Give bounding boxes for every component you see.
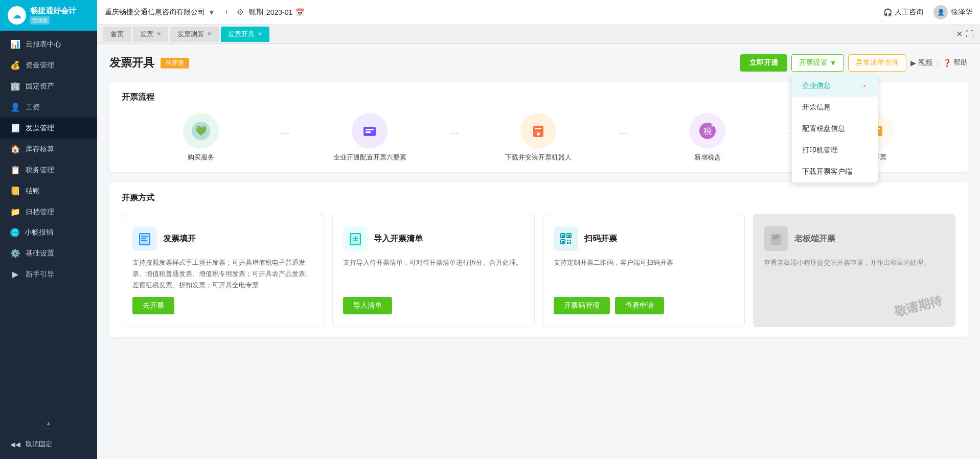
sidebar-item-archive[interactable]: 📁 归档管理: [0, 201, 97, 222]
company-selector[interactable]: 重庆畅捷交通信息咨询有限公司 ▼: [105, 8, 215, 17]
sidebar-item-tax-mgmt[interactable]: 📋 税务管理: [0, 159, 97, 180]
username: 徐泽华: [951, 8, 972, 17]
billing-card-scan-invoice: 扫码开票 支持定制开票二维码，客户端可扫码开票 开票码管理 查看申请: [543, 214, 745, 327]
period-value: 2023-01: [266, 8, 292, 16]
step4-icon: 税 +: [690, 113, 725, 149]
sidebar-item-accounting[interactable]: 📒 结账: [0, 180, 97, 201]
sidebar-item-invoice-mgmt[interactable]: 🧾 发票管理: [0, 118, 97, 139]
sidebar-item-new-guide[interactable]: ▶ 新手引导: [0, 264, 97, 285]
billing-card-boss-invoice: 老板端开票 查看老板端小程序提交的开票申请，并作出相应的处理。 敬请期待: [753, 214, 955, 327]
help-button[interactable]: ❓ 帮助: [943, 58, 968, 67]
svg-rect-30: [569, 242, 571, 244]
dropdown-item-tax-config[interactable]: 配置税盘信息: [792, 118, 878, 140]
sidebar-item-fund-mgmt[interactable]: 💰 资金管理: [0, 55, 97, 76]
tab-invoice-close[interactable]: ✕: [156, 31, 161, 37]
anomaly-button[interactable]: 异常清单查询: [848, 54, 906, 72]
sidebar-item-basic-settings[interactable]: ⚙️ 基础设置: [0, 243, 97, 264]
scan-invoice-icon: [554, 226, 578, 251]
sidebar-item-label: 库存核算: [26, 145, 54, 154]
tab-invoice[interactable]: 发票 ✕: [133, 27, 168, 42]
step-arrow-3: ···: [618, 127, 628, 139]
sidebar-item-payroll[interactable]: 👤 工资: [0, 97, 97, 118]
tab-invoice-test-label: 发票测算: [177, 30, 204, 39]
company-name: 重庆畅捷交通信息咨询有限公司: [105, 8, 205, 17]
tax-config-label: 配置税盘信息: [802, 124, 845, 132]
tab-invoice-issue[interactable]: 发票开具 ✕: [221, 27, 269, 42]
card3-title: 扫码开票: [584, 234, 617, 244]
settings-dropdown-button[interactable]: 开票设置 ▼: [791, 54, 845, 72]
tab-home[interactable]: 首页: [103, 27, 131, 42]
add-company-button[interactable]: ＋: [222, 7, 231, 17]
question-icon: ❓: [943, 59, 951, 67]
svg-rect-28: [569, 240, 571, 241]
page-title: 发票开具: [109, 55, 154, 71]
view-apply-button[interactable]: 查看申请: [615, 297, 664, 314]
dropdown-item-printer-mgmt[interactable]: 打印机管理: [792, 140, 878, 161]
fill-invoice-button[interactable]: 去开票: [132, 297, 174, 314]
sidebar-item-label: 固定资产: [26, 82, 54, 91]
card2-title: 导入开票清单: [374, 234, 423, 244]
activate-button[interactable]: 立即开通: [740, 54, 787, 72]
video-button[interactable]: ▶ 视频: [910, 58, 932, 67]
accounting-icon: 📒: [10, 186, 20, 196]
archive-icon: 📁: [10, 207, 20, 217]
step1-label: 购买服务: [188, 153, 214, 162]
sidebar: ☁ 畅捷通好会计 旗舰版 📊 云报表中心 💰 资金管理 🏢 固定资产 👤: [0, 0, 97, 459]
card4-title: 老板端开票: [794, 234, 835, 244]
svg-rect-4: [366, 131, 371, 133]
sidebar-item-label: 基础设置: [26, 249, 54, 258]
dropdown-item-invoice-info[interactable]: 开票信息: [792, 97, 878, 118]
sidebar-item-inventory[interactable]: 🏠 库存核算: [0, 139, 97, 159]
sidebar-item-label: 小畅报销: [25, 228, 53, 237]
card4-header: 老板端开票: [764, 226, 945, 251]
settings-label: 开票设置: [799, 58, 828, 67]
user-info[interactable]: 👤 徐泽华: [933, 5, 972, 19]
settings-button[interactable]: ⚙: [237, 7, 244, 17]
calendar-icon[interactable]: 📅: [295, 8, 304, 16]
svg-rect-14: [140, 234, 150, 245]
svg-rect-26: [562, 241, 564, 243]
fund-mgmt-icon: 💰: [10, 60, 20, 70]
tab-invoice-issue-close[interactable]: ✕: [258, 31, 262, 37]
sidebar-item-label: 归档管理: [26, 208, 54, 217]
card1-desc: 支持按照发票样式手工填开发票；可开具增值税电子普通发票、增值税普通发票、增值税专…: [132, 257, 313, 291]
sidebar-item-xiao-chang[interactable]: C 小畅报销: [0, 222, 97, 243]
period-label: 账期: [249, 8, 263, 17]
step2-icon: [352, 113, 388, 149]
svg-point-7: [537, 132, 540, 135]
flow-step-1: 💚 购买服务: [122, 113, 280, 162]
payroll-icon: 👤: [10, 102, 20, 112]
tab-close-button[interactable]: ✕: [956, 29, 963, 39]
tab-right-actions: ✕ ⛶: [956, 29, 974, 39]
sidebar-logo: ☁ 畅捷通好会计 旗舰版: [0, 0, 97, 31]
svg-rect-6: [535, 128, 541, 129]
dropdown-item-download-client[interactable]: 下载开票客户端: [792, 161, 878, 182]
svg-rect-31: [771, 234, 781, 245]
svg-text:+: +: [711, 122, 714, 129]
company-dropdown-arrow: ▼: [208, 8, 215, 16]
topbar-actions: ＋ ⚙: [222, 7, 244, 17]
tab-invoice-label: 发票: [140, 30, 153, 39]
flow-step-4: 税 + 新增税盘: [628, 113, 787, 162]
tab-invoice-test[interactable]: 发票测算 ✕: [170, 27, 219, 42]
consult-button[interactable]: 🎧 人工咨询: [883, 8, 923, 17]
flow-step-3: 下载并安装开票机器人: [460, 113, 618, 162]
svg-rect-32: [772, 236, 780, 237]
collapse-button[interactable]: ◀◀ 取消固定: [0, 434, 97, 454]
status-badge: 待开通: [161, 58, 189, 68]
step3-icon: [520, 113, 556, 149]
sidebar-item-fixed-assets[interactable]: 🏢 固定资产: [0, 76, 97, 97]
step4-label: 新增税盘: [694, 153, 721, 162]
step1-icon: 💚: [183, 113, 219, 149]
card3-header: 扫码开票: [554, 226, 735, 251]
import-list-button[interactable]: 导入清单: [343, 297, 392, 314]
printer-mgmt-label: 打印机管理: [802, 146, 838, 154]
tab-expand-button[interactable]: ⛶: [966, 29, 974, 39]
tab-invoice-test-close[interactable]: ✕: [207, 31, 212, 37]
svg-rect-16: [141, 236, 148, 237]
dropdown-item-company-info[interactable]: 企业信息 →: [792, 75, 878, 97]
sidebar-item-cloud-report[interactable]: 📊 云报表中心: [0, 34, 97, 55]
svg-text:💚: 💚: [195, 125, 207, 136]
scan-qr-button[interactable]: 开票码管理: [554, 297, 610, 314]
sidebar-item-label: 发票管理: [26, 124, 54, 133]
